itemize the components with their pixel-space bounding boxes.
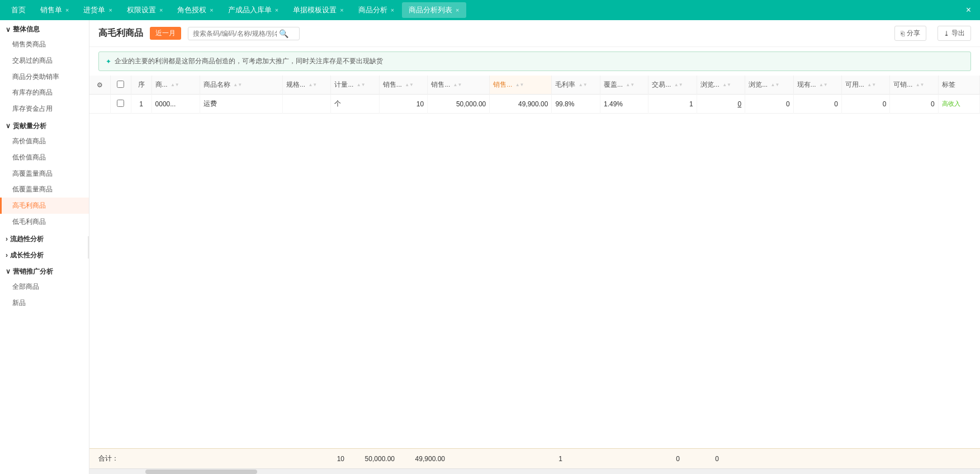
sidebar-item-all-goods[interactable]: 全部商品 xyxy=(0,279,89,295)
col-code[interactable]: 商... ▲▼ xyxy=(152,76,200,95)
sidebar-group-contribution-arrow: ∨ xyxy=(6,122,11,130)
close-template-icon[interactable]: × xyxy=(340,7,343,13)
col-transactions[interactable]: 交易... ▲▼ xyxy=(648,76,697,95)
sort-stock-available-icon[interactable]: ▲▼ xyxy=(867,82,876,87)
info-banner: ✦ 企业的主要的利润都是这部分商品创造的，可考虑加大推广，同时关注库存是不要出现… xyxy=(98,51,971,71)
window-close-button[interactable]: × xyxy=(962,5,976,15)
col-seq: 序 xyxy=(131,76,152,95)
row-select-checkbox[interactable] xyxy=(117,100,124,107)
search-input[interactable] xyxy=(193,30,277,37)
sidebar-group-marketing[interactable]: ∨ 营销推广分析 xyxy=(0,262,89,279)
sidebar-group-trend[interactable]: › 流趋性分析 xyxy=(0,230,89,246)
sort-stock-current-icon[interactable]: ▲▼ xyxy=(819,82,828,87)
select-all-checkbox[interactable] xyxy=(117,81,124,88)
sidebar-item-new-goods[interactable]: 新品 xyxy=(0,295,89,311)
sort-coverage-icon[interactable]: ▲▼ xyxy=(626,82,635,87)
col-settings[interactable]: ⚙ xyxy=(89,76,110,95)
sidebar-item-high-coverage[interactable]: 高覆盖量商品 xyxy=(0,166,89,182)
nav-item-roles[interactable]: 角色授权 × xyxy=(171,2,220,18)
sort-name-icon[interactable]: ▲▼ xyxy=(233,82,242,87)
col-sales-profit[interactable]: 销售... ▲▼ xyxy=(490,76,552,95)
share-button[interactable]: ⎗ 分享 xyxy=(894,26,926,41)
close-roles-icon[interactable]: × xyxy=(210,7,213,13)
sidebar-item-traded-goods[interactable]: 交易过的商品 xyxy=(0,53,89,69)
sort-views2-icon[interactable]: ▲▼ xyxy=(771,82,780,87)
bottom-scrollbar[interactable] xyxy=(89,468,980,474)
date-filter-button[interactable]: 近一月 xyxy=(150,27,181,40)
sidebar-group-growth[interactable]: › 成长性分析 xyxy=(0,246,89,262)
nav-item-purchase[interactable]: 进货单 × xyxy=(77,2,119,18)
sort-spec-icon[interactable]: ▲▼ xyxy=(308,82,317,87)
sidebar-group-growth-arrow: › xyxy=(6,251,8,259)
search-box[interactable]: 🔍 xyxy=(188,27,300,40)
export-icon: ⤓ xyxy=(944,30,949,37)
footer-sales-amount: 50,000.00 xyxy=(344,455,395,463)
col-stock-current[interactable]: 现有... ▲▼ xyxy=(793,76,841,95)
col-sales-amount[interactable]: 销售... ▲▼ xyxy=(428,76,490,95)
sort-sales-qty-icon[interactable]: ▲▼ xyxy=(405,82,414,87)
export-button[interactable]: ⤓ 导出 xyxy=(938,26,971,41)
row-views1[interactable]: 0 xyxy=(697,95,745,114)
nav-item-product-analysis[interactable]: 商品分析 × xyxy=(352,2,401,18)
col-checkbox[interactable] xyxy=(110,76,131,95)
col-views2[interactable]: 浏览... ▲▼ xyxy=(745,76,793,95)
nav-item-permissions[interactable]: 权限设置 × xyxy=(120,2,169,18)
col-stock-saleable[interactable]: 可销... ▲▼ xyxy=(890,76,938,95)
sort-views1-icon[interactable]: ▲▼ xyxy=(722,82,731,87)
sidebar-toggle-button[interactable]: « xyxy=(88,236,89,259)
search-icon[interactable]: 🔍 xyxy=(279,29,288,38)
close-purchase-icon[interactable]: × xyxy=(108,7,112,13)
nav-item-analysis-list[interactable]: 商品分析列表 × xyxy=(402,2,466,18)
col-views1[interactable]: 浏览... ▲▼ xyxy=(697,76,745,95)
close-sales-icon[interactable]: × xyxy=(65,7,69,13)
sort-unit-icon[interactable]: ▲▼ xyxy=(357,82,366,87)
row-checkbox[interactable] xyxy=(110,95,131,114)
col-unit[interactable]: 计量... ▲▼ xyxy=(331,76,379,95)
sort-transactions-icon[interactable]: ▲▼ xyxy=(674,82,683,87)
nav-item-home[interactable]: 首页 xyxy=(4,2,32,18)
footer-cells: 10 50,000.00 49,900.00 1 0 0 xyxy=(154,455,971,463)
content-header: 高毛利商品 近一月 🔍 ⎗ 分享 ⤓ 导出 xyxy=(89,20,980,47)
nav-item-sales[interactable]: 销售单 × xyxy=(34,2,75,18)
col-sales-qty[interactable]: 销售... ▲▼ xyxy=(379,76,427,95)
sidebar-item-sales-goods[interactable]: 销售类商品 xyxy=(0,36,89,53)
row-transactions: 1 xyxy=(648,95,697,114)
col-stock-available[interactable]: 可用... ▲▼ xyxy=(841,76,889,95)
sidebar-item-low-value[interactable]: 低价值商品 xyxy=(0,149,89,166)
row-code[interactable]: 0000... xyxy=(152,95,200,114)
sort-gross-rate-icon[interactable]: ▲▼ xyxy=(579,82,588,87)
sidebar-group-overall[interactable]: ∨ 整体信息 xyxy=(0,20,89,36)
table-header-row: ⚙ 序 商... ▲▼ 商品名称 ▲▼ 规格... xyxy=(89,76,980,95)
footer-transactions: 1 xyxy=(523,455,562,463)
row-unit: 个 xyxy=(331,95,379,114)
close-permissions-icon[interactable]: × xyxy=(159,7,163,13)
nav-item-template[interactable]: 单据模板设置 × xyxy=(286,2,350,18)
sidebar-item-low-margin[interactable]: 低毛利商品 xyxy=(0,214,89,230)
row-sales-amount: 50,000.00 xyxy=(428,95,490,114)
sidebar-item-category-rate[interactable]: 商品分类助销率 xyxy=(0,69,89,85)
col-spec[interactable]: 规格... ▲▼ xyxy=(283,76,331,95)
close-analysis-list-icon[interactable]: × xyxy=(456,7,459,13)
sort-sales-amount-icon[interactable]: ▲▼ xyxy=(453,82,462,87)
close-product-analysis-icon[interactable]: × xyxy=(391,7,394,13)
col-name[interactable]: 商品名称 ▲▼ xyxy=(200,76,282,95)
col-coverage[interactable]: 覆盖... ▲▼ xyxy=(600,76,648,95)
nav-item-finished-goods[interactable]: 产成品入库单 × xyxy=(221,2,285,18)
sort-sales-profit-icon[interactable]: ▲▼ xyxy=(515,82,524,87)
sidebar-group-trend-arrow: › xyxy=(6,235,8,243)
sort-stock-saleable-icon[interactable]: ▲▼ xyxy=(916,82,925,87)
views1-link[interactable]: 0 xyxy=(737,100,741,108)
row-name[interactable]: 运费 xyxy=(200,95,282,114)
sidebar-group-contribution[interactable]: ∨ 贡献量分析 xyxy=(0,117,89,133)
close-finished-goods-icon[interactable]: × xyxy=(275,7,278,13)
sort-code-icon[interactable]: ▲▼ xyxy=(171,82,179,87)
row-views2: 0 xyxy=(745,95,793,114)
sidebar-item-low-coverage[interactable]: 低覆盖量商品 xyxy=(0,181,89,198)
scrollbar-thumb[interactable] xyxy=(145,470,257,474)
sidebar-item-in-stock[interactable]: 有库存的商品 xyxy=(0,85,89,101)
sidebar-item-high-margin[interactable]: 高毛利商品 xyxy=(0,198,89,214)
sidebar-item-high-value[interactable]: 高价值商品 xyxy=(0,133,89,149)
col-gross-rate[interactable]: 毛利率 ▲▼ xyxy=(552,76,600,95)
sidebar-item-stock-capital[interactable]: 库存资金占用 xyxy=(0,101,89,117)
table-container: ⚙ 序 商... ▲▼ 商品名称 ▲▼ 规格... xyxy=(89,76,980,448)
